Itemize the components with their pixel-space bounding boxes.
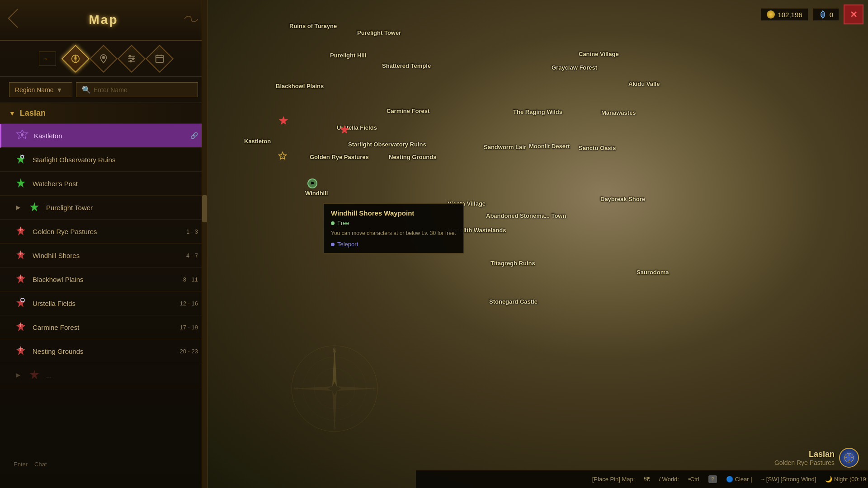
map-label-canine-village: Canine Village — [579, 51, 619, 57]
list-item-starlight[interactable]: Starlight Observatory Ruins — [0, 148, 207, 172]
chat-label: Chat — [34, 461, 47, 468]
map-region-name: Laslan — [774, 450, 835, 459]
svg-text:E: E — [373, 386, 376, 391]
gold-amount: 102,196 — [778, 11, 802, 19]
map-label-titagregh: Titagregh Ruins — [491, 260, 535, 267]
list-item-blackhowl[interactable]: Blackhowl Plains 8 - 11 — [0, 267, 207, 291]
tooltip-free: Free — [331, 220, 456, 226]
map-label-sandworm: Sandworm Lair — [484, 144, 526, 150]
map-region-info: Laslan Golden Rye Pastures — [774, 450, 835, 466]
purelight-expand-icon[interactable]: ▶ — [14, 203, 23, 212]
location-list: ▼ Laslan Kastleton 🔗 — [0, 103, 207, 488]
search-input[interactable] — [94, 86, 192, 94]
map-label-kastleton: Kastleton — [244, 138, 271, 145]
svg-point-7 — [129, 55, 131, 57]
map-icon-blackhowl[interactable] — [278, 115, 289, 126]
wind-label: ~ [SW] [Strong Wind] — [761, 476, 816, 483]
map-label-daybreak: Daybreak Shore — [600, 196, 645, 202]
orb-compass-icon — [844, 452, 854, 463]
list-item-kastleton[interactable]: Kastleton 🔗 — [0, 124, 207, 148]
map-label-moonlit: Moonlit Desert — [529, 143, 570, 150]
compass-icon — [71, 54, 80, 64]
carmine-icon — [14, 320, 28, 334]
svg-text:N: N — [333, 347, 337, 354]
help-key[interactable]: ? — [708, 475, 717, 483]
watchers-post-icon — [14, 176, 28, 191]
svg-rect-10 — [156, 55, 164, 62]
map-label-manawastes: Manawastes — [601, 109, 636, 116]
decorative-swirl — [184, 14, 198, 23]
blackhowl-level: 8 - 11 — [183, 276, 198, 283]
list-item-windhill[interactable]: Windhill Shores 4 - 7 — [0, 244, 207, 267]
scroll-thumb — [202, 195, 207, 222]
map-label-starlight-obs: Starlight Observatory Ruins — [348, 141, 426, 148]
place-pin-label: [Place Pin] Map: — [592, 476, 635, 483]
crystal-amount: 0 — [830, 11, 833, 19]
left-panel: GPU 64 °C 87 % 7666 MB CPU 64 °C 80 % RA… — [0, 0, 208, 488]
urstella-icon — [14, 296, 28, 310]
svg-point-16 — [21, 133, 24, 136]
golden-rye-name: Golden Rye Pastures — [33, 228, 182, 235]
urstella-level: 12 - 16 — [180, 300, 198, 307]
gold-currency: 102,196 — [761, 8, 808, 21]
scroll-bar[interactable] — [202, 0, 207, 488]
kastleton-link-icon: 🔗 — [190, 132, 198, 139]
purelight-name: Purelight Tower — [46, 204, 198, 211]
kastleton-icon — [15, 128, 29, 143]
world-key: •Ctrl — [688, 476, 699, 483]
list-item-nesting[interactable]: Nesting Grounds 20 - 23 — [0, 339, 207, 363]
region-name: Laslan — [20, 108, 46, 118]
map-label-akidu: Akidu Valle — [628, 80, 660, 87]
calendar-icon — [155, 54, 165, 64]
map-area[interactable]: N S W E Ruins of Turayne Purelight Tower… — [208, 0, 868, 488]
sliders-icon — [127, 54, 137, 64]
more-icon — [27, 368, 42, 382]
map-label-saurodoma: Saurodoma — [637, 269, 669, 276]
map-icon-windhill-waypoint[interactable]: ⚑ — [307, 178, 317, 188]
map-label-raging-wilds: The Raging Wilds — [513, 108, 562, 115]
map-label-abandoned: Abandoned Stonema... Town — [486, 212, 566, 219]
map-label-shattered-temple: Shattered Temple — [382, 62, 431, 69]
svg-line-20 — [24, 155, 24, 156]
search-area: Region Name ▼ 🔍 — [0, 77, 207, 103]
nav-waypoint-button[interactable] — [91, 47, 116, 71]
windhill-icon — [14, 248, 28, 263]
map-icon-kastleton-map[interactable] — [278, 151, 287, 160]
list-item-urstella[interactable]: Urstella Fields 12 - 16 — [0, 291, 207, 315]
svg-point-3 — [103, 56, 105, 58]
list-item-carmine[interactable]: Carmine Forest 17 - 19 — [0, 315, 207, 339]
close-button[interactable]: ✕ — [844, 5, 863, 24]
map-icon-urstella[interactable] — [339, 124, 350, 135]
carmine-name: Carmine Forest — [33, 324, 175, 331]
region-dropdown[interactable]: Region Name ▼ — [9, 82, 72, 97]
tooltip-teleport-label: Teleport — [337, 241, 358, 248]
nav-map-button[interactable] — [63, 47, 88, 71]
tooltip-teleport[interactable]: Teleport — [331, 241, 456, 248]
close-icon: ✕ — [850, 9, 858, 20]
map-orb[interactable] — [839, 448, 859, 468]
night-label: 🌙 Night (00:19:04 until day) — [825, 476, 868, 483]
compass-rose: N S W E — [289, 343, 380, 434]
map-subloc-name: Golden Rye Pastures — [774, 459, 835, 466]
map-label-sanctu: Sanctu Oasis — [579, 145, 616, 151]
kastleton-name: Kastleton — [34, 132, 186, 140]
list-item-purelight[interactable]: ▶ Purelight Tower — [0, 196, 207, 220]
nav-filter-button[interactable] — [119, 47, 144, 71]
map-bottom-info: Laslan Golden Rye Pastures — [774, 448, 859, 468]
flag-icon — [99, 54, 108, 64]
list-item-golden-rye[interactable]: Golden Rye Pastures 1 - 3 — [0, 220, 207, 244]
region-chevron-icon: ▼ — [9, 110, 15, 117]
nav-calendar-button[interactable] — [147, 47, 172, 71]
list-item-more[interactable]: ▶ ... — [0, 363, 207, 387]
golden-rye-icon — [14, 224, 28, 239]
map-label-blackhowl: Blackhowl Plains — [276, 83, 324, 89]
map-label-nesting: Nesting Grounds — [389, 154, 436, 160]
svg-marker-53 — [279, 116, 288, 125]
list-item-watchers-post[interactable]: Watcher's Post — [0, 172, 207, 196]
svg-marker-22 — [30, 202, 39, 211]
svg-text:W: W — [294, 386, 298, 391]
map-label-golden-rye: Golden Rye Pastures — [310, 154, 369, 160]
back-button[interactable]: ← — [35, 47, 60, 71]
map-label-purelight-hill: Purelight Hill — [330, 52, 366, 59]
nesting-level: 20 - 23 — [180, 348, 198, 355]
